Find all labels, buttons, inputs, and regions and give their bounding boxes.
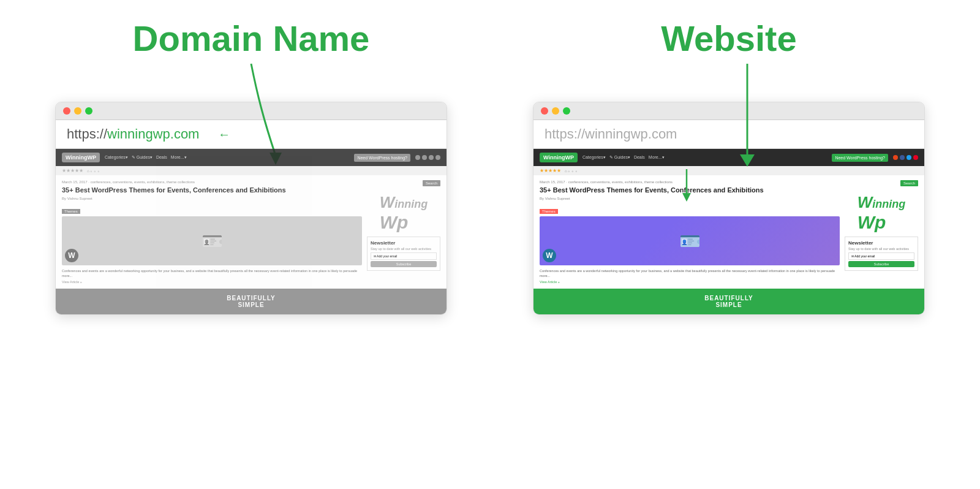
right-logo-badge: WinningWp	[845, 191, 918, 234]
right-browser-titlebar	[533, 102, 924, 120]
right-mini-nav-items: Categories▾ ✎ Guides▾ Deals More...▾	[582, 155, 827, 160]
social-dot-1	[415, 155, 420, 160]
social-dot-2	[422, 155, 427, 160]
right-social-dot-3	[907, 155, 911, 160]
right-article-title: 35+ Best WordPress Themes for Events, Co…	[540, 186, 840, 194]
left-nav-item-3: Deals	[156, 155, 167, 160]
left-browser-content: WinningWP Categories▾ ✎ Guides▾ Deals Mo…	[56, 149, 447, 314]
right-browser-mockup: https://winningwp.com WinningWP Categori…	[533, 102, 925, 315]
dot-green-left	[85, 107, 92, 115]
right-nav-item-2: ✎ Guides▾	[609, 155, 630, 160]
left-mini-nav-items: Categories▾ ✎ Guides▾ Deals More...▾	[105, 155, 350, 160]
left-newsletter-input: ✉ Add your email	[371, 252, 437, 260]
left-wp-logo: W	[65, 249, 78, 262]
left-thumbnail-icon: 🪪	[202, 231, 223, 251]
right-nav-item-4: More...▾	[649, 155, 665, 160]
left-themes-tag: Themes	[62, 209, 80, 214]
right-mini-nav: WinningWP Categories▾ ✎ Guides▾ Deals Mo…	[533, 149, 924, 166]
left-mini-social	[415, 155, 440, 160]
right-body-text: Conferences and events are a wonderful n…	[540, 269, 840, 278]
left-nav-item-4: More...▾	[171, 155, 187, 160]
dot-yellow-right	[552, 107, 559, 115]
left-browser-mockup: https://winningwp.com ← WinningWP Catego…	[55, 102, 447, 315]
left-mini-cta: Need WordPress hosting?	[354, 154, 410, 162]
left-body-text: Conferences and events are a wonderful n…	[62, 269, 362, 278]
right-logo-svg: WinningWp	[858, 193, 906, 233]
dot-red-right	[541, 107, 548, 115]
right-url-domain: winningwp.com	[585, 126, 677, 142]
left-nav-item-1: Categories▾	[105, 155, 128, 160]
right-title: Website	[661, 18, 796, 59]
left-address-bar: https://winningwp.com ←	[56, 120, 447, 149]
left-newsletter-text: Stay up to date with all our web activit…	[371, 247, 437, 251]
right-mini-social	[893, 155, 918, 160]
left-breadcrumb: ⌂ ⬦ ⬦ ⬦	[87, 169, 100, 173]
right-url-prefix: https://	[545, 126, 585, 142]
right-mini-main: March 15, 2017 · conferences, convention…	[533, 175, 924, 289]
right-mini-logo: WinningWP	[540, 153, 578, 162]
right-article-date: March 15, 2017 · conferences, convention…	[540, 180, 840, 184]
left-banner-line2: SIMPLE	[238, 301, 264, 308]
left-logo-svg: WinningWp	[380, 193, 428, 233]
left-newsletter-btn: Subscribe	[371, 261, 437, 267]
right-search-btn: Search	[900, 180, 918, 186]
left-browser-titlebar	[56, 102, 447, 120]
right-browser-content: WinningWP Categories▾ ✎ Guides▾ Deals Mo…	[533, 149, 924, 314]
left-newsletter-box: Newsletter Stay up to date with all our …	[367, 237, 440, 271]
social-dot-4	[435, 155, 440, 160]
left-mini-thumbnail: 🪪 W	[62, 216, 362, 265]
left-title: Domain Name	[133, 18, 370, 59]
dot-green-right	[563, 107, 570, 115]
left-nav-item-2: ✎ Guides▾	[132, 155, 153, 160]
left-url-prefix: https://	[67, 126, 107, 142]
right-thumbnail-icon: 🪪	[679, 231, 701, 251]
right-newsletter-title: Newsletter	[848, 240, 914, 246]
right-mini-cta: Need WordPress hosting?	[832, 154, 888, 162]
right-newsletter-btn: Subscribe	[848, 261, 914, 267]
left-article-title: 35+ Best WordPress Themes for Events, Co…	[62, 186, 362, 194]
right-bottom-banner: BEAUTIFULLY SIMPLE	[533, 289, 924, 314]
right-stars: ★★★★★	[540, 168, 561, 173]
left-article-author: By Vishnu Supreet	[62, 197, 362, 200]
right-newsletter-box: Newsletter Stay up to date with all our …	[845, 237, 918, 271]
right-article-author: By Vishnu Supreet	[540, 197, 840, 200]
left-article-date: March 15, 2017 · conferences, convention…	[62, 180, 362, 184]
dot-yellow-left	[74, 107, 81, 115]
left-mini-article: March 15, 2017 · conferences, convention…	[62, 180, 362, 284]
right-themes-tag: Themes	[540, 209, 558, 214]
left-banner-line1: BEAUTIFULLY	[227, 295, 276, 301]
left-newsletter-title: Newsletter	[371, 240, 437, 246]
left-bottom-banner: BEAUTIFULLY SIMPLE	[56, 289, 447, 314]
right-main-wrapper: March 15, 2017 · conferences, convention…	[533, 175, 924, 289]
right-mini-sub-nav: ★★★★★ ⌂ ⬦ ⬦ ⬦	[533, 166, 924, 175]
left-stars: ★★★★★	[62, 168, 83, 173]
left-mini-logo: WinningWP	[62, 153, 100, 162]
right-section: Website https://winningwp.com WinningWP …	[514, 18, 943, 315]
right-social-dot-1	[893, 155, 898, 160]
left-search-btn: Search	[423, 180, 440, 186]
right-address-bar: https://winningwp.com	[533, 120, 924, 149]
right-view-link: View Article »	[540, 280, 840, 284]
right-breadcrumb: ⌂ ⬦ ⬦ ⬦	[565, 169, 578, 173]
right-social-dot-2	[900, 155, 905, 160]
left-mini-sidebar: Search WinningWp Newsletter Stay up to d…	[367, 180, 440, 284]
right-nav-item-1: Categories▾	[582, 155, 606, 160]
left-url-domain: winningwp.com	[107, 126, 199, 142]
right-mini-sidebar: Search WinningWp Newsletter Stay up to d…	[845, 180, 918, 284]
right-social-dot-4	[913, 155, 918, 160]
social-dot-3	[429, 155, 434, 160]
main-container: Domain Name https://winningwp.com ← Winn…	[12, 6, 968, 483]
left-mini-nav: WinningWP Categories▾ ✎ Guides▾ Deals Mo…	[56, 149, 447, 166]
right-mini-thumbnail: 🪪 W	[540, 216, 840, 265]
left-mini-main: March 15, 2017 · conferences, convention…	[56, 175, 447, 289]
left-mini-sub-nav: ★★★★★ ⌂ ⬦ ⬦ ⬦	[56, 166, 447, 175]
right-wp-logo: W	[543, 249, 556, 262]
right-banner-line1: BEAUTIFULLY	[704, 295, 753, 301]
right-mini-article: March 15, 2017 · conferences, convention…	[540, 180, 840, 284]
left-section: Domain Name https://winningwp.com ← Winn…	[37, 18, 466, 315]
dot-red-left	[63, 107, 70, 115]
left-logo-badge: WinningWp	[367, 191, 440, 234]
left-view-link: View Article »	[62, 280, 362, 284]
right-newsletter-text: Stay up to date with all our web activit…	[848, 247, 914, 251]
right-banner-line2: SIMPLE	[715, 301, 742, 308]
